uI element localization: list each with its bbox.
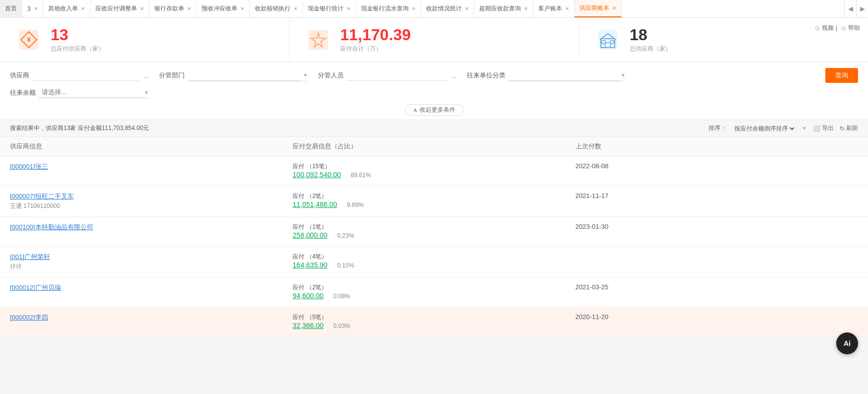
nav-tab-cash-bank-stat-close[interactable]: ✕ (347, 6, 351, 11)
nav-tab-customer-ledger-close[interactable]: ✕ (565, 6, 569, 11)
nav-tab-bank-deposit[interactable]: 银行存款单 ✕ (149, 0, 197, 17)
collapse-button[interactable]: ∧ 收起更多条件 (405, 104, 464, 116)
supplier-cell-5: [000012]广州贝瑞 (10, 283, 292, 292)
top-navigation: 首页 3 ✕ 其他收入单 ✕ 应收应付调整单 ✕ 银行存款单 ✕ 预收冲应收单 … (0, 0, 868, 18)
nav-tab-other-income[interactable]: 其他收入单 ✕ (43, 0, 90, 17)
supplier-sub-2: 王通 17106110000 (10, 202, 292, 210)
transaction-cell-1: 应付 （15笔） 100,092,540.00 89.61% (292, 162, 575, 179)
nav-tab-payment-verify[interactable]: 收款核销执行 ✕ (250, 0, 303, 17)
supplier-link-3[interactable]: [000100]本特勤油品有限公司 (10, 223, 93, 231)
dept-input[interactable] (188, 70, 302, 81)
nav-tab-receipt-stat-close[interactable]: ✕ (465, 6, 469, 11)
nav-tab-cash-bank-stat-label: 现金银行统计 (308, 4, 344, 13)
nav-tab-prepay-offset-close[interactable]: ✕ (240, 6, 244, 11)
result-bar: 搜索结果中，供应商13家 应付金额111,703,854.00元 排序： 按应付… (0, 120, 868, 137)
dept-select-wrap: ▼ (188, 70, 308, 81)
category-input[interactable] (508, 70, 620, 81)
last-pay-cell-5: 2021-03-25 (576, 283, 745, 291)
supplier-input[interactable] (32, 70, 139, 81)
supplier-link-4[interactable]: [001]广州荣轩 (10, 253, 50, 261)
nav-tab-cash-flow-query-close[interactable]: ✕ (412, 6, 416, 11)
last-pay-cell-1: 2022-08-08 (576, 162, 745, 170)
nav-prev-arrow[interactable]: ◀ (844, 0, 856, 18)
trans-amount-2[interactable]: 11,051,486.00 (292, 200, 337, 208)
last-pay-date-1: 2022-08-08 (576, 162, 609, 170)
person-dots[interactable]: ... (451, 71, 457, 79)
table-row: [000007]恒旺二手叉车 王通 17106110000 应付 （2笔） 11… (0, 186, 868, 217)
nav-tab-overdue-query-close[interactable]: ✕ (524, 6, 528, 11)
supplier-link-1[interactable]: [000001]张三 (10, 163, 48, 170)
trans-amount-1[interactable]: 100,092,540.00 (292, 171, 341, 179)
nav-tab-adjust[interactable]: 应收应付调整单 ✕ (90, 0, 149, 17)
nav-tab-supplier-ledger[interactable]: 供应商账本 ✕ (575, 0, 622, 17)
supplier-link-6[interactable]: [000002]李四 (10, 314, 48, 321)
category-label: 往来单位分类 (467, 71, 506, 80)
nav-next-arrow[interactable]: ▶ (856, 0, 868, 18)
nav-tab-cash-flow-query[interactable]: 现金银行流水查询 ✕ (356, 0, 421, 17)
trans-type-6: 应付 （5笔） (292, 313, 575, 322)
video-link[interactable]: 视频 (822, 24, 834, 32)
nav-tab-other-income-close[interactable]: ✕ (81, 6, 85, 11)
total-suppliers-number: 18 (630, 26, 671, 44)
help-link[interactable]: 帮助 (848, 24, 860, 32)
query-button[interactable]: 查询 (825, 68, 858, 83)
header-transaction-info: 应付交易信息（占比） (292, 142, 575, 151)
nav-tab-cash-bank-stat[interactable]: 现金银行统计 ✕ (303, 0, 356, 17)
supplier-dots[interactable]: ... (143, 71, 149, 79)
nav-tab-home[interactable]: 首页 (0, 0, 22, 17)
supplier-link-5[interactable]: [000012]广州贝瑞 (10, 284, 61, 291)
nav-tab-overdue-query[interactable]: 超期应收款查询 ✕ (474, 0, 533, 17)
nav-tab-other-income-label: 其他收入单 (48, 4, 78, 13)
nav-tab-3-label: 3 (27, 5, 31, 12)
supplier-cell-6: [000002]李四 (10, 313, 292, 322)
nav-tab-bank-deposit-close[interactable]: ✕ (187, 6, 191, 11)
filter-category: 往来单位分类 ▼ (467, 70, 626, 81)
sort-select[interactable]: 按应付余额倒序排序 按应付余额正序排序 按供应商名称排序 (732, 125, 796, 132)
balance-label: 往来余额 (10, 88, 36, 97)
supplier-cell-2: [000007]恒旺二手叉车 王通 17106110000 (10, 192, 292, 210)
nav-tab-supplier-ledger-label: 供应商账本 (579, 4, 609, 12)
nav-tab-customer-ledger[interactable]: 客户账本 ✕ (533, 0, 575, 17)
summary-card-payable-amount: 11,170.39 应付合计（万） (289, 18, 579, 62)
export-button[interactable]: ⬜ 导出 (813, 124, 834, 132)
person-input[interactable] (347, 70, 447, 81)
right-actions: 排序： 按应付余额倒序排序 按应付余额正序排序 按供应商名称排序 ▼ ⬜ 导出 … (709, 124, 858, 132)
export-icon: ⬜ (813, 125, 820, 132)
last-pay-date-3: 2023-01-30 (576, 223, 609, 230)
category-chevron-icon[interactable]: ▼ (621, 72, 626, 78)
trans-amount-6[interactable]: 32,366.00 (292, 322, 323, 329)
balance-input[interactable] (39, 87, 143, 98)
nav-tab-supplier-ledger-close[interactable]: ✕ (612, 5, 616, 11)
refresh-label: 刷新 (846, 124, 858, 132)
dept-chevron-icon[interactable]: ▼ (303, 72, 308, 78)
trans-amount-3[interactable]: 258,000.00 (292, 231, 327, 239)
svg-text:¥: ¥ (27, 36, 31, 43)
card-content-payable-amount: 11,170.39 应付合计（万） (340, 26, 411, 53)
filter-dept: 分管部门 ▼ (159, 70, 308, 81)
refresh-button[interactable]: ↻ 刷新 (840, 124, 858, 132)
nav-tab-overdue-query-label: 超期应收款查询 (479, 4, 521, 13)
table-row: [001]广州荣轩 仔仔 应付 （4笔） 164,635.90 0.15% (0, 247, 868, 277)
trans-pct-1: 89.61% (351, 172, 371, 179)
trans-amount-4[interactable]: 164,635.90 (292, 261, 327, 269)
sort-label: 排序： (709, 124, 726, 132)
nav-tab-adjust-close[interactable]: ✕ (140, 6, 144, 11)
nav-tab-3[interactable]: 3 ✕ (22, 0, 43, 17)
nav-tab-3-close[interactable]: ✕ (34, 6, 38, 11)
export-label: 导出 (822, 124, 834, 132)
star-icon (304, 26, 332, 54)
balance-chevron-icon[interactable]: ▼ (144, 90, 149, 95)
nav-tab-cash-flow-query-label: 现金银行流水查询 (361, 4, 409, 13)
nav-tab-receipt-stat[interactable]: 收款情况统计 ✕ (421, 0, 474, 17)
sort-chevron-icon: ▼ (802, 126, 807, 131)
trans-type-2: 应付 （2笔） (292, 192, 575, 200)
summary-card-payable-suppliers: ¥ 13 总应付供应商（家） (0, 18, 289, 62)
supplier-sub-4: 仔仔 (10, 263, 292, 271)
nav-tab-prepay-offset[interactable]: 预收冲应收单 ✕ (197, 0, 250, 17)
nav-tab-payment-verify-close[interactable]: ✕ (293, 6, 297, 11)
supplier-link-2[interactable]: [000007]恒旺二手叉车 (10, 193, 74, 200)
trans-amount-5[interactable]: 94,600.00 (292, 292, 323, 300)
refresh-icon: ↻ (840, 125, 845, 132)
table-row: [000002]李四 应付 （5笔） 32,366.00 0.03% 2020-… (0, 307, 868, 337)
payable-amount-number: 11,170.39 (340, 26, 411, 44)
